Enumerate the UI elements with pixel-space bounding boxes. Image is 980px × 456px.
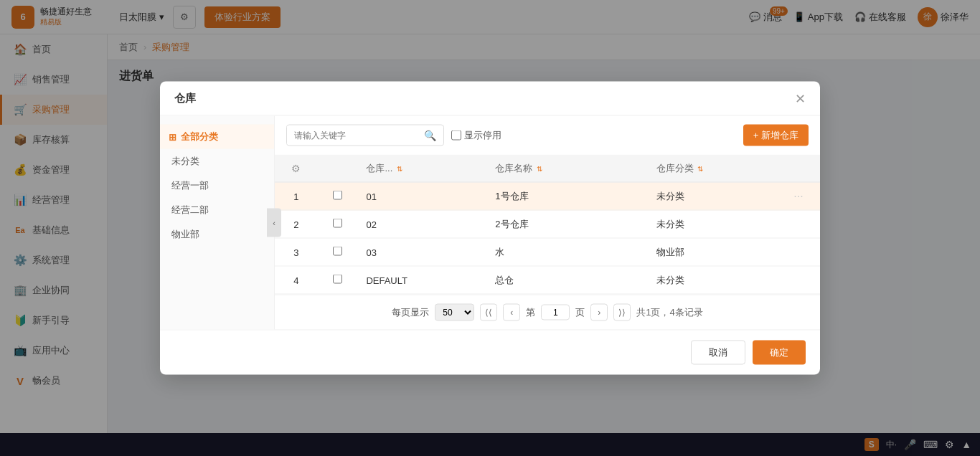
row-checkbox[interactable] [333, 219, 342, 228]
page-last-button[interactable]: ⟩⟩ [613, 304, 631, 321]
category-item-dept2[interactable]: 经营二部 [160, 198, 274, 222]
row-name: 总仓 [486, 266, 648, 294]
row-check[interactable] [318, 182, 357, 210]
grid-icon: ⊞ [169, 131, 176, 142]
row-more[interactable] [777, 266, 820, 294]
settings-icon: ⚙ [291, 163, 301, 174]
table-toolbar: 🔍 显示停用 + 新增仓库 [275, 116, 820, 155]
table-head: ⚙ 仓库... ⇅ 仓库名称 ⇅ [275, 155, 820, 183]
search-input[interactable] [287, 126, 417, 145]
table-body: 1 01 1号仓库 未分类 ··· 2 [275, 182, 820, 294]
col-more [777, 155, 820, 183]
page-label-text: 第 [526, 306, 535, 319]
row-more[interactable] [777, 210, 820, 238]
category-panel: ⊞ 全部分类 未分类 经营一部 经营二部 物业部 ‹ [160, 116, 275, 330]
row-check[interactable] [318, 210, 357, 238]
row-more[interactable] [777, 238, 820, 266]
page-total-info: 共1页，4条记录 [636, 306, 702, 319]
modal-title: 仓库 [174, 92, 196, 105]
search-icon[interactable]: 🔍 [417, 125, 443, 146]
all-category-header[interactable]: ⊞ 全部分类 [160, 125, 274, 149]
row-category: 未分类 [648, 210, 777, 238]
per-page-select[interactable]: 50 100 [435, 304, 474, 321]
add-warehouse-button[interactable]: + 新增仓库 [743, 125, 809, 146]
sort-icon: ⇅ [537, 165, 542, 173]
col-name[interactable]: 仓库名称 ⇅ [486, 155, 648, 183]
row-code: DEFAULT [357, 266, 486, 294]
row-check[interactable] [318, 266, 357, 294]
more-icon: ··· [793, 190, 803, 202]
row-category: 未分类 [648, 266, 777, 294]
page-next-button[interactable]: › [590, 304, 608, 321]
row-code: 02 [357, 210, 486, 238]
show-disabled-label[interactable]: 显示停用 [451, 129, 501, 142]
table-row[interactable]: 2 02 2号仓库 未分类 [275, 210, 820, 238]
show-disabled-checkbox[interactable] [451, 130, 461, 141]
row-code: 03 [357, 238, 486, 266]
row-num: 1 [275, 182, 318, 210]
modal-footer: 取消 确定 [160, 330, 820, 375]
page-first-button[interactable]: ⟨⟨ [480, 304, 497, 321]
warehouse-table: ⚙ 仓库... ⇅ 仓库名称 ⇅ [275, 155, 820, 295]
category-item-property[interactable]: 物业部 [160, 222, 274, 247]
page-prev-button[interactable]: ‹ [503, 304, 520, 321]
table-row[interactable]: 3 03 水 物业部 [275, 238, 820, 266]
row-checkbox[interactable] [333, 275, 342, 284]
row-name: 水 [486, 238, 648, 266]
modal-body: ⊞ 全部分类 未分类 经营一部 经营二部 物业部 ‹ 🔍 [160, 116, 820, 330]
sort-icon: ⇅ [397, 165, 402, 173]
row-check[interactable] [318, 238, 357, 266]
table-row[interactable]: 4 DEFAULT 总仓 未分类 [275, 266, 820, 294]
page-input[interactable] [541, 305, 570, 320]
category-item-dept1[interactable]: 经营一部 [160, 174, 274, 198]
category-item-unclassified[interactable]: 未分类 [160, 149, 274, 174]
row-name: 1号仓库 [486, 182, 648, 210]
pagination: 每页显示 50 100 ⟨⟨ ‹ 第 页 › ⟩⟩ 共1页，4条记录 [275, 295, 820, 330]
row-name: 2号仓库 [486, 210, 648, 238]
row-category: 物业部 [648, 238, 777, 266]
row-num: 3 [275, 238, 318, 266]
row-more[interactable]: ··· [777, 182, 820, 210]
search-box: 🔍 [286, 125, 444, 146]
cancel-button[interactable]: 取消 [691, 341, 745, 365]
table-panel: 🔍 显示停用 + 新增仓库 ⚙ [275, 116, 820, 330]
row-category: 未分类 [648, 182, 777, 210]
table-row[interactable]: 1 01 1号仓库 未分类 ··· [275, 182, 820, 210]
col-check [318, 155, 357, 183]
modal-header: 仓库 ✕ [160, 82, 820, 116]
data-table: ⚙ 仓库... ⇅ 仓库名称 ⇅ [275, 155, 820, 295]
row-num: 4 [275, 266, 318, 294]
col-settings[interactable]: ⚙ [275, 155, 318, 183]
col-category[interactable]: 仓库分类 ⇅ [648, 155, 777, 183]
sort-icon: ⇅ [697, 165, 703, 173]
col-code[interactable]: 仓库... ⇅ [357, 155, 486, 183]
category-collapse-button[interactable]: ‹ [267, 209, 281, 237]
row-checkbox[interactable] [333, 247, 342, 256]
confirm-button[interactable]: 确定 [753, 341, 806, 365]
modal-close-button[interactable]: ✕ [795, 92, 806, 105]
row-checkbox[interactable] [333, 191, 342, 200]
row-code: 01 [357, 182, 486, 210]
warehouse-modal: 仓库 ✕ ⊞ 全部分类 未分类 经营一部 经营二部 物业部 ‹ [160, 82, 820, 375]
